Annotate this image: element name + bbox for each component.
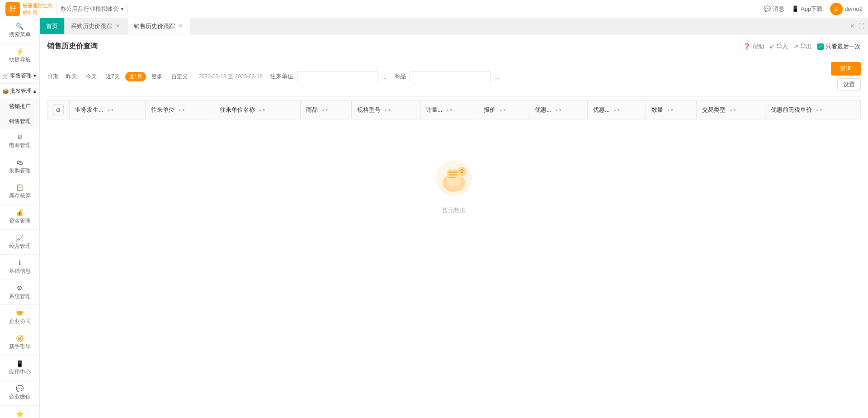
sort-arrows-price: ▲▼ [499, 108, 506, 112]
retail-icon: 🛒 [2, 73, 9, 79]
date-option-custom[interactable]: 自定义 [168, 72, 191, 81]
checkbox-icon: ✓ [817, 43, 824, 50]
table-header-no-tax-price[interactable]: 优惠前无税单价 ▲▼ [765, 101, 861, 119]
page-title-actions: ❓ 帮助 ↙ 导入 ↗ 导出 ✓ 只看最后一次 [743, 43, 861, 51]
sidebar-item-app-center[interactable]: 📱 应用中心 [0, 356, 39, 381]
table-header-trade-type[interactable]: 交易类型 ▲▼ [697, 101, 765, 119]
help-icon: ❓ [743, 43, 750, 50]
query-button[interactable]: 查询 [831, 62, 861, 76]
sort-arrows-no-tax-price: ▲▼ [816, 108, 823, 112]
sales-history-tab-label: 销售历史价跟踪 [134, 22, 175, 30]
sidebar-item-operations[interactable]: 📈 经营管理 [0, 230, 39, 255]
svg-rect-4 [448, 174, 458, 176]
date-options: 昨天 今天 近7天 近1月 更多 自定义 [62, 72, 191, 81]
sidebar-item-purchase[interactable]: 🛍 采购管理 [0, 154, 39, 180]
sidebar-item-ecommerce[interactable]: 🖥 电商管理 [0, 129, 39, 154]
member-icon: ⭐ [16, 410, 24, 418]
app-download-item[interactable]: 📱 App下载 [792, 5, 823, 13]
date-option-7days[interactable]: 近7天 [102, 72, 123, 81]
user-item[interactable]: D demo2 [830, 3, 863, 15]
import-action[interactable]: ↙ 导入 [769, 43, 788, 51]
app-selector[interactable]: 办公用品行业模拟账套 ▾ [56, 3, 128, 15]
empty-text: 暂元数据 [442, 206, 466, 214]
date-option-more[interactable]: 更多 [148, 72, 166, 81]
sidebar-item-guide[interactable]: 🧭 新手引导 [0, 330, 39, 356]
purchase-history-tab-label: 采购历史价跟踪 [71, 22, 112, 30]
date-filter-group: 日期 昨天 今天 近7天 近1月 更多 自定义 [47, 72, 191, 81]
table-header-counterpart-name[interactable]: 往来单位名称 ▲▼ [214, 101, 301, 119]
sidebar-item-member[interactable]: ⭐ 畅会员 [0, 406, 39, 418]
help-action[interactable]: ❓ 帮助 [743, 43, 764, 51]
sidebar: 🔍 搜索菜单 ⚡ 快捷导航 🛒 零售管理 ▼ 📦 批发管理 ▲ 营销推广 销售管… [0, 18, 40, 418]
wholesale-icon: 📦 [2, 88, 9, 95]
page-content: 销售历史价查询 ❓ 帮助 ↙ 导入 ↗ 导出 ✓ [40, 34, 868, 418]
top-bar-left: 好 畅捷通好生意 标准版 办公用品行业模拟账套 ▾ [5, 2, 128, 16]
product-input[interactable] [410, 71, 491, 82]
content-area: 首页 采购历史价跟踪 ✕ 销售历史价跟踪 ✕ ✕ ⛶ 销售历史价查询 [40, 18, 868, 418]
table-header-discount1[interactable]: 优惠... ▲▼ [529, 101, 587, 119]
chevron-down-icon: ▼ [33, 73, 37, 78]
sidebar-item-sales-mgmt[interactable]: 销售管理 [0, 114, 39, 129]
finance-icon: 💰 [16, 209, 24, 216]
message-item[interactable]: 💬 消息 [764, 5, 784, 13]
tab-close-sales[interactable]: ✕ [178, 22, 184, 30]
column-settings-button[interactable]: ⚙ [53, 104, 64, 115]
product-dots[interactable]: ... [495, 73, 500, 80]
date-range-display: 2023-02-18 至 2023-03-18 [198, 73, 262, 81]
table-header-product[interactable]: 商品 ▲▼ [301, 101, 352, 119]
table-header-row: ⚙ 业务发生... ▲▼ 往来单位 ▲▼ 往来单位名称 ▲▼ [47, 101, 861, 119]
home-tab-label: 首页 [46, 22, 58, 30]
download-icon: 📱 [792, 5, 799, 12]
date-label: 日期 [47, 72, 59, 81]
source-dots[interactable]: ... [382, 73, 387, 80]
tab-purchase-history[interactable]: 采购历史价跟踪 ✕ [65, 18, 127, 34]
chevron-up-icon: ▲ [33, 89, 37, 94]
sidebar-item-search[interactable]: 🔍 搜索菜单 [0, 18, 39, 43]
date-option-today[interactable]: 今天 [82, 72, 100, 81]
tab-bar: 首页 采购历史价跟踪 ✕ 销售历史价跟踪 ✕ ✕ ⛶ [40, 18, 868, 34]
page-title-area: 销售历史价查询 ❓ 帮助 ↙ 导入 ↗ 导出 ✓ [47, 42, 861, 51]
sidebar-item-retail[interactable]: 🛒 零售管理 ▼ [0, 68, 39, 84]
page-title: 销售历史价查询 [47, 42, 98, 51]
tab-sales-history[interactable]: 销售历史价跟踪 ✕ [127, 18, 190, 34]
sidebar-item-wholesale[interactable]: 📦 批发管理 ▲ [0, 84, 39, 99]
table-header: ⚙ 业务发生... ▲▼ 往来单位 ▲▼ 往来单位名称 ▲▼ [47, 101, 861, 119]
svg-rect-5 [448, 177, 456, 178]
table-header-biz-date[interactable]: 业务发生... ▲▼ [70, 101, 146, 119]
source-input[interactable] [297, 71, 378, 82]
tab-home[interactable]: 首页 [40, 18, 65, 34]
only-last-checkbox[interactable]: ✓ 只看最后一次 [817, 43, 861, 51]
sidebar-item-inventory[interactable]: 📋 库存核算 [0, 179, 39, 204]
svg-point-7 [461, 171, 463, 173]
table-header-quantity[interactable]: 数量 ▲▼ [646, 101, 697, 119]
base-info-icon: ℹ [19, 259, 21, 266]
tab-maximize-icon[interactable]: ⛶ [859, 23, 864, 29]
operations-icon: 📈 [16, 234, 24, 242]
table-header-discount2[interactable]: 优惠... ▲▼ [587, 101, 646, 119]
sidebar-item-enterprise[interactable]: 🤝 企业协同 [0, 305, 39, 330]
inventory-icon: 📋 [16, 184, 24, 191]
table-header-counterpart[interactable]: 往来单位 ▲▼ [146, 101, 214, 119]
sidebar-item-base-info[interactable]: ℹ 基础信息 [0, 255, 39, 280]
data-table: ⚙ 业务发生... ▲▼ 往来单位 ▲▼ 往来单位名称 ▲▼ [47, 100, 861, 119]
tab-close-all-icon[interactable]: ✕ [850, 23, 855, 29]
table-header-price[interactable]: 报价 ▲▼ [478, 101, 529, 119]
import-icon: ↙ [769, 43, 774, 50]
guide-icon: 🧭 [16, 335, 24, 342]
export-action[interactable]: ↗ 导出 [793, 43, 812, 51]
empty-state: 暂元数据 [47, 119, 861, 251]
filter-actions: 查询 设置 [831, 62, 861, 91]
date-option-1month[interactable]: 近1月 [125, 72, 146, 81]
settings-button[interactable]: 设置 [837, 78, 861, 91]
tab-close-purchase[interactable]: ✕ [115, 22, 121, 30]
sidebar-item-shortcut[interactable]: ⚡ 快捷导航 [0, 43, 39, 69]
sidebar-item-system[interactable]: ⚙ 系统管理 [0, 280, 39, 305]
purchase-icon: 🛍 [17, 159, 23, 166]
table-header-spec[interactable]: 规格型号 ▲▼ [351, 101, 420, 119]
tab-bar-actions: ✕ ⛶ [846, 18, 868, 34]
sidebar-item-wechat[interactable]: 💬 企业微信 [0, 380, 39, 406]
date-option-yesterday[interactable]: 昨天 [62, 72, 80, 81]
table-header-unit[interactable]: 计量... ▲▼ [420, 101, 478, 119]
sidebar-item-marketing[interactable]: 营销推广 [0, 99, 39, 114]
sidebar-item-finance[interactable]: 💰 资金管理 [0, 204, 39, 230]
